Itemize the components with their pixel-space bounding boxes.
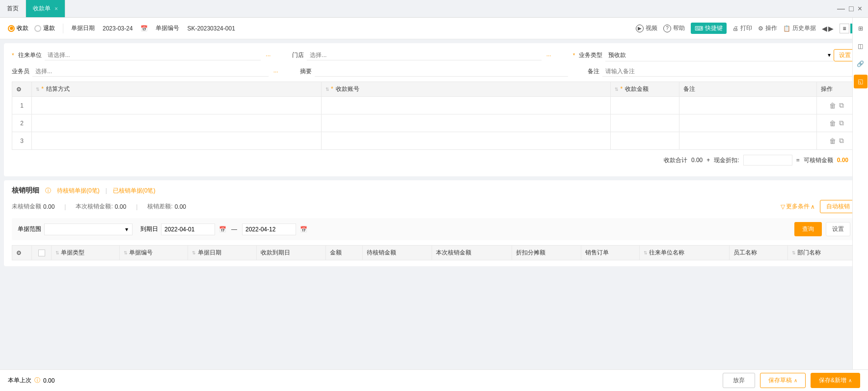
refund-radio[interactable]: 退款 [34,24,55,32]
date-from-input[interactable] [161,223,215,235]
form-row-2: 业务员 ··· 摘要 备注 [12,66,856,77]
save-draft-button[interactable]: 保存草稿 ∧ [760,373,806,388]
row-1-account[interactable] [321,97,611,114]
right-sidebar: ⊞ ◫ 🔗 ◱ [852,18,868,391]
col-pending-amount: 待核销金额 [362,246,432,260]
header-checkbox[interactable] [36,250,47,256]
print-button[interactable]: 🖨 打印 [732,24,752,32]
row-2-note[interactable] [679,114,817,132]
shortcut-button[interactable]: ⌨ 快捷键 [691,23,727,34]
date-to-input[interactable] [242,223,296,235]
toolbar-right: ▶ 视频 ? 帮助 ⌨ 快捷键 🖨 打印 ⚙ 操作 📋 历史单据 ◀ ▶ ≡ [636,23,860,34]
row-3-id: 3 [12,132,32,150]
counterpart-more-icon[interactable]: ··· [264,52,272,59]
help-button[interactable]: ? 帮助 [663,24,685,32]
video-button[interactable]: ▶ 视频 [636,24,657,32]
bottom-right: 放弃 保存草稿 ∧ 保存&新增 ∧ [723,373,860,388]
discount-input[interactable] [743,155,792,166]
save-new-button[interactable]: 保存&新增 ∧ [811,373,860,388]
bottom-gear-header[interactable]: ⚙ [12,246,32,260]
operation-button[interactable]: ⚙ 操作 [758,24,777,32]
row-1-amount[interactable] [611,97,679,114]
date-range-field: 到期日 📅 — 📅 [140,223,307,235]
counterpart-input[interactable] [45,50,261,60]
table-gear-header[interactable]: ⚙ [12,82,32,97]
row-1-settlement[interactable] [32,97,322,114]
row-3-note[interactable] [679,132,817,150]
verify-title: 核销明细 [12,186,39,195]
maximize-button[interactable]: □ [849,4,854,13]
copy-icon-2[interactable]: ⧉ [839,119,844,127]
minimize-button[interactable]: — [837,4,845,13]
done-tab[interactable]: 已核销单据(0笔) [113,187,156,195]
staff-input[interactable] [32,66,269,77]
copy-icon-1[interactable]: ⧉ [839,101,844,110]
save-new-arrow: ∧ [848,378,852,383]
delete-icon-2[interactable]: 🗑 [829,119,836,127]
shortcut-icon: ⌨ [695,25,703,32]
discard-button[interactable]: 放弃 [723,373,755,388]
note-input[interactable] [602,66,856,77]
sidebar-icon-link[interactable]: 🔗 [854,57,868,71]
col-discount: 折扣分摊额 [512,246,581,260]
counterpart-field: * 往来单位 ··· [12,50,272,60]
delete-icon-3[interactable]: 🗑 [829,137,836,145]
top-toolbar: 收款 退款 单据日期 2023-03-24 📅 单据编号 SK-20230324… [0,18,868,39]
close-button[interactable]: × [858,4,862,13]
tab-close-icon[interactable]: × [54,5,58,12]
receipt-label: 收款 [17,24,28,32]
col-amount: 金额 [326,246,362,260]
history-button[interactable]: 📋 历史单据 [783,24,816,32]
row-2-amount[interactable] [611,114,679,132]
summary-input[interactable] [315,66,569,77]
row-2-settlement[interactable] [32,114,322,132]
business-type-required: * [573,52,575,59]
nav-next[interactable]: ▶ [828,25,834,32]
calendar-icon[interactable]: 📅 [140,25,148,32]
calendar-from-icon[interactable]: 📅 [219,226,226,233]
bottom-info-icon[interactable]: ⓘ [34,376,40,385]
store-input[interactable] [307,50,541,60]
business-type-select[interactable]: 预收款 ▾ [605,50,834,61]
query-button[interactable]: 查询 [794,222,822,236]
nav-prev[interactable]: ◀ [822,25,827,32]
range-select[interactable]: ▾ [44,223,133,235]
delete-icon-1[interactable]: 🗑 [829,102,836,110]
row-3-account[interactable] [321,132,611,150]
header-checkbox-box[interactable] [38,250,45,256]
row-3-amount[interactable] [611,132,679,150]
pending-tab[interactable]: 待核销单据(0笔) [57,187,100,195]
verify-stats: 未核销金额 0.00 | 本次核销金额: 0.00 | 核销差额: 0.00 ▽… [12,200,856,213]
copy-icon-3[interactable]: ⧉ [839,137,844,145]
range-field: 单据范围 ▾ [18,223,133,235]
date-label: 单据日期 [71,24,95,32]
row-3-settlement[interactable] [32,132,322,150]
counterpart-required: * [12,52,14,59]
toolbar-divider-1 [63,24,63,33]
filter-icon: ▽ [781,203,785,210]
row-2-account[interactable] [321,114,611,132]
sidebar-icon-list[interactable]: ◫ [854,39,868,53]
action-icons-3: 🗑 ⧉ [817,137,856,145]
sidebar-icon-table[interactable]: ⊞ [854,22,868,35]
nav-arrows: ◀ ▶ [822,25,834,32]
calendar-to-icon[interactable]: 📅 [300,226,307,233]
more-conditions-button[interactable]: ▽ 更多条件 ∧ [781,202,815,211]
tab-home[interactable]: 首页 [0,0,26,17]
receipt-radio[interactable]: 收款 [8,24,28,32]
list-view-btn[interactable]: ≡ [840,24,849,33]
print-icon: 🖨 [732,25,738,32]
store-more-icon[interactable]: ··· [544,52,553,59]
sidebar-icon-expand[interactable]: ◱ [854,75,868,88]
verify-info-icon[interactable]: ⓘ [45,187,51,195]
staff-label: 业务员 [12,67,29,76]
equals-sign: = [796,157,800,164]
settings-button[interactable]: 设置 [826,222,850,236]
date-separator: — [229,226,239,233]
tab-receipt[interactable]: 收款单 × [26,0,65,17]
auto-verify-button[interactable]: 自动核销 [820,200,856,213]
verify-header-right: ▽ 更多条件 ∧ 自动核销 [781,200,856,213]
row-1-note[interactable] [679,97,817,114]
tab-receipt-label: 收款单 [33,4,51,13]
staff-more-icon[interactable]: ··· [271,68,280,75]
